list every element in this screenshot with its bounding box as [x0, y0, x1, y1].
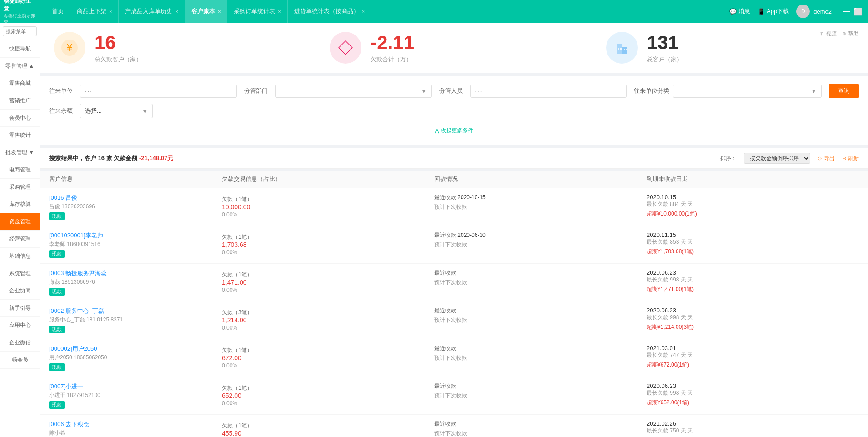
- debt-amount-0[interactable]: 10,000.00: [222, 203, 434, 211]
- debt-amount-5[interactable]: 652.00: [222, 392, 434, 399]
- sidebar-item-marketing[interactable]: 营销推广: [0, 92, 40, 110]
- due-info-2: 2020.06.23最长欠款 998 天 天超期¥1,471.00(1笔): [647, 269, 859, 293]
- sidebar-item-basic-info[interactable]: 基础信息: [0, 248, 40, 265]
- tab-1[interactable]: 商品上下架×: [70, 0, 119, 23]
- refresh-btn[interactable]: ⊙ 刷新: [842, 155, 859, 162]
- video-btn[interactable]: ⊙ 视频: [819, 30, 836, 38]
- stat-total-customers: ⊙ 视频 ⊙ 帮助 131 总客户（家）: [592, 23, 868, 73]
- due-info-6: 2021.02.26最长欠款 750 天 天超期¥455.90(1笔): [647, 420, 859, 437]
- maximize-btn[interactable]: ⬜: [853, 7, 863, 16]
- export-label: 导出: [824, 155, 835, 161]
- collapse-bar[interactable]: ⋀ 收起更多条件: [49, 124, 859, 137]
- customer-name-link-0[interactable]: [0016]吕俊: [49, 194, 77, 201]
- debt-amount-6[interactable]: 455.90: [222, 430, 434, 437]
- tab-close-2[interactable]: ×: [175, 9, 178, 14]
- due-date-2: 2020.06.23: [647, 269, 859, 276]
- content-area: ¥ 16 总欠款客户（家） -2.11 欠款合计（万） ⊙ 视频: [40, 23, 868, 437]
- customer-name-link-2[interactable]: [0003]畅捷服务尹海蕊: [49, 270, 107, 276]
- sidebar-item-batch-mgmt[interactable]: 批发管理 ▼: [0, 144, 40, 161]
- customer-contact-3: 服务中心_丁磊 181 0125 8371: [49, 316, 222, 324]
- customer-tag-4: 现款: [49, 363, 65, 371]
- filter-input-balance[interactable]: 选择... ▼: [80, 104, 153, 118]
- customer-tag-3: 现款: [49, 326, 65, 333]
- debt-percent-4: 0.00%: [222, 362, 434, 369]
- minimize-btn[interactable]: —: [843, 7, 850, 15]
- debt-amount-2[interactable]: 1,471.00: [222, 279, 434, 286]
- sidebar-item-corp-collab[interactable]: 企业协同: [0, 282, 40, 300]
- customer-name-link-6[interactable]: [0006]去下粮仓: [49, 421, 89, 427]
- stat-amount-info: -2.11 欠款合计（万）: [371, 32, 414, 64]
- debt-amount-1[interactable]: 1,703.68: [222, 241, 434, 248]
- customer-name-link-4[interactable]: [000002]用户2050: [49, 345, 97, 352]
- overdue-amount-5[interactable]: 超期¥652.00(1笔): [647, 399, 859, 407]
- tab-2[interactable]: 产成品入库单历史×: [119, 0, 185, 23]
- message-btn[interactable]: 💬 消息: [729, 7, 750, 15]
- filter-group-person: 分管人员 ···: [439, 85, 627, 98]
- tab-label-2: 产成品入库单历史: [125, 7, 172, 15]
- debt-amount-3[interactable]: 1,214.00: [222, 316, 434, 324]
- recovery-last-2: 最近收款: [434, 269, 647, 277]
- customer-name-link-3[interactable]: [0002]服务中心_丁磊: [49, 307, 104, 314]
- stat-overdue-amount: -2.11 欠款合计（万）: [316, 23, 592, 73]
- main-area: 首页商品上下架×产成品入库单历史×客户账本×采购订单统计表×进货单统计表（按商品…: [40, 0, 868, 437]
- customer-tag-0: 现款: [49, 212, 65, 220]
- recovery-last-6: 最近收款: [434, 420, 647, 428]
- avatar: D: [796, 5, 810, 18]
- sidebar-item-retail-mgmt[interactable]: 零售管理 ▲: [0, 58, 40, 75]
- overdue-amount-4[interactable]: 超期¥672.00(1笔): [647, 361, 859, 369]
- tab-3[interactable]: 客户账本×: [185, 0, 227, 23]
- stat-overdue-customers-info: 16 总欠款客户（家）: [95, 32, 142, 64]
- stat-overdue-number: 16: [95, 32, 142, 54]
- tab-close-4[interactable]: ×: [278, 9, 281, 14]
- app-download-btn[interactable]: 📱 App下载: [758, 7, 789, 15]
- overdue-days-0: 最长欠款 884 天 天: [647, 201, 859, 208]
- tab-0[interactable]: 首页: [45, 0, 70, 23]
- sort-select[interactable]: 按欠款金额倒序排序: [744, 153, 810, 164]
- debt-amount-4[interactable]: 672.00: [222, 354, 434, 362]
- tab-close-3[interactable]: ×: [218, 9, 221, 14]
- help-btn[interactable]: ⊙ 帮助: [842, 30, 859, 38]
- sidebar-item-member-center[interactable]: 会员中心: [0, 110, 40, 127]
- filter-input-category[interactable]: ▼: [673, 85, 822, 98]
- search-button[interactable]: 查询: [829, 84, 859, 98]
- stat-icon-building: [606, 32, 638, 64]
- filter-input-dept[interactable]: ▼: [275, 85, 432, 98]
- recovery-info-0: 最近收款 2020-10-15预计下次收款: [434, 194, 647, 211]
- chevron-down-icon-2: ▼: [811, 88, 817, 95]
- sidebar-item-inventory[interactable]: 库存核算: [0, 196, 40, 213]
- filter-input-unit[interactable]: ···: [80, 85, 237, 98]
- tab-close-5[interactable]: ×: [362, 9, 365, 14]
- recovery-next-0: 预计下次收款: [434, 203, 647, 211]
- export-btn[interactable]: ⊙ 导出: [818, 155, 834, 162]
- sidebar-item-finance[interactable]: 资金管理: [0, 213, 40, 231]
- tab-5[interactable]: 进货单统计表（按商品）×: [288, 0, 371, 23]
- customer-name-link-1[interactable]: [0001020001]李老师: [49, 232, 103, 239]
- sidebar-item-purchase-mgmt[interactable]: 采购管理: [0, 179, 40, 196]
- sidebar-item-retail-mall[interactable]: 零售商城: [0, 75, 40, 92]
- result-debt-amount: -21,148.07元: [139, 155, 173, 161]
- tab-close-1[interactable]: ×: [109, 9, 112, 14]
- sidebar-item-ecom-mgmt[interactable]: 电商管理: [0, 161, 40, 179]
- debt-info-1: 欠款（1笔）1,703.680.00%: [222, 231, 434, 256]
- search-input[interactable]: [3, 26, 37, 36]
- overdue-amount-2[interactable]: 超期¥1,471.00(1笔): [647, 286, 859, 293]
- sidebar-item-sys-mgmt[interactable]: 系统管理: [0, 265, 40, 282]
- overdue-amount-0[interactable]: 超期¥10,000.00(1笔): [647, 210, 859, 218]
- sidebar-item-retail-stats[interactable]: 零售统计: [0, 127, 40, 144]
- overdue-amount-1[interactable]: 超期¥1,703.68(1笔): [647, 248, 859, 256]
- sidebar-item-app-center[interactable]: 应用中心: [0, 317, 40, 334]
- sidebar-item-ops-mgmt[interactable]: 经营管理: [0, 231, 40, 248]
- debt-percent-5: 0.00%: [222, 400, 434, 407]
- debt-label-2: 欠款（1笔）: [222, 271, 434, 279]
- user-menu[interactable]: D demo2: [796, 5, 832, 18]
- debt-info-0: 欠款（1笔）10,000.000.00%: [222, 194, 434, 218]
- sidebar-item-new-guide[interactable]: 新手引导: [0, 300, 40, 317]
- tab-4[interactable]: 采购订单统计表×: [227, 0, 287, 23]
- filter-input-person[interactable]: ···: [470, 85, 627, 98]
- sidebar-item-quick-nav[interactable]: 快捷导航: [0, 40, 40, 58]
- sidebar-item-vip[interactable]: 畅会员: [0, 352, 40, 369]
- overdue-amount-3[interactable]: 超期¥1,214.00(3笔): [647, 323, 859, 331]
- customer-name-link-5[interactable]: [0007]小进干: [49, 383, 83, 390]
- sidebar-nav: 快捷导航零售管理 ▲零售商城营销推广会员中心零售统计批发管理 ▼电商管理采购管理…: [0, 40, 40, 369]
- sidebar-item-corp-wechat[interactable]: 企业微信: [0, 334, 40, 352]
